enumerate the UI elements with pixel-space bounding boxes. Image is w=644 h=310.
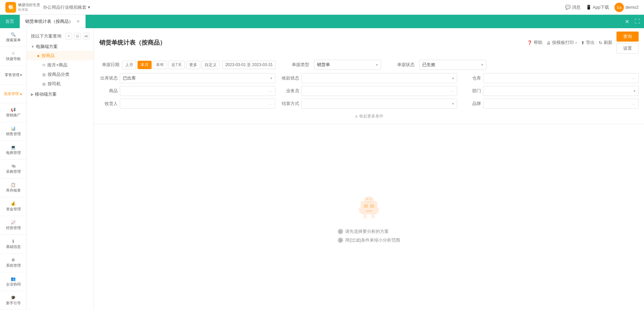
- help-icon: ❓: [527, 40, 532, 45]
- sidebar-item-search[interactable]: 🔍 搜索菜单: [0, 28, 26, 47]
- doc-type-select[interactable]: 销货单 ▾: [314, 60, 381, 70]
- finance-icon: 💰: [11, 201, 16, 206]
- filter-item-product: 商品 ···: [99, 86, 275, 96]
- receipt-status-select[interactable]: ▾: [301, 73, 457, 83]
- sidebar-item-guide[interactable]: 🎓 新手引导: [0, 291, 26, 310]
- warehouse-input[interactable]: ···: [483, 73, 639, 83]
- header-left: 畅 畅捷信好生意 标准版 办公用品行业模拟账套 ▾: [5, 2, 90, 13]
- marketing-icon: 📢: [11, 107, 16, 112]
- payment-method-select[interactable]: ▾: [301, 99, 457, 109]
- tree-item-month-product[interactable]: M 按月+商品: [32, 60, 94, 70]
- refresh-btn[interactable]: ↻ 刷新: [599, 40, 612, 46]
- warehouse-label: 仓库: [463, 75, 481, 81]
- product-label: 商品: [99, 88, 118, 94]
- sidebar-item-corp-collab[interactable]: 👥 企业协同: [0, 272, 26, 291]
- app-download-btn[interactable]: 📱 App下载: [586, 4, 609, 10]
- sidebar-item-ecommerce[interactable]: 💻 电商管理: [0, 141, 26, 160]
- tab-expand-btn[interactable]: ⛶: [633, 17, 641, 26]
- sidebar-item-marketing[interactable]: 📢 营销推广: [0, 103, 26, 122]
- avatar: Ea: [614, 3, 624, 12]
- tip-num-2: ②: [338, 238, 343, 243]
- tab-close-icon[interactable]: ✕: [76, 19, 80, 24]
- message-btn[interactable]: 💬 消息: [565, 4, 581, 10]
- workspace-selector[interactable]: 办公用品行业模拟账套 ▾: [43, 4, 90, 10]
- corp-collab-icon: 👥: [11, 276, 16, 281]
- operations-icon: 📈: [11, 220, 16, 225]
- svg-rect-4: [359, 208, 361, 212]
- filter-item-sales-rep: 业务员 ···: [281, 86, 457, 96]
- tab-bar: 首页 销货单统计表（按商品） ✕ ✕ ⛶: [0, 15, 644, 28]
- sidebar-item-system[interactable]: ⚙ 系统管理: [0, 254, 26, 272]
- tab-bar-actions: ✕ ⛶: [624, 15, 644, 28]
- svg-rect-3: [366, 210, 372, 212]
- stock-out-select[interactable]: 已出库 ▾: [120, 73, 275, 83]
- purchase-icon: 🛍: [11, 164, 15, 168]
- sidebar-item-sales[interactable]: 📊 销售管理: [0, 122, 26, 141]
- svg-rect-5: [377, 208, 379, 212]
- sidebar-item-quicknav[interactable]: ☆ 快捷导航: [0, 47, 26, 66]
- filter-item-stock-out: 出库状态 已出库 ▾: [99, 73, 275, 83]
- brand-dots-icon: ···: [632, 101, 636, 106]
- template-print-btn[interactable]: 🖨 按模板打印 ▾: [546, 40, 577, 46]
- filter-item-receiver: 收货人 ···: [99, 99, 275, 109]
- date-current-btn[interactable]: 本月: [138, 61, 152, 69]
- sidebar-item-basics[interactable]: ℹ 基础信息: [0, 235, 26, 254]
- doc-status-select[interactable]: 已生效 ▾: [419, 60, 486, 70]
- tree-item-product-category[interactable]: ▦ 按商品分类: [32, 70, 94, 79]
- department-select[interactable]: ▾: [483, 86, 639, 96]
- date-7days-btn[interactable]: 近7天: [168, 61, 185, 69]
- tab-sales-report[interactable]: 销货单统计表（按商品） ✕: [20, 15, 86, 28]
- svg-point-8: [364, 196, 374, 203]
- date-custom-btn[interactable]: 自定义: [202, 61, 220, 69]
- refresh-icon: ↻: [599, 40, 602, 45]
- active-scheme-icon: ●: [37, 53, 40, 58]
- export-btn[interactable]: ⬆ 导出: [581, 40, 595, 46]
- sidebar-item-finance[interactable]: 💰 资金管理: [0, 197, 26, 216]
- brand-input[interactable]: ···: [483, 99, 639, 109]
- sidebar: 🔍 搜索菜单 ☆ 快捷导航 零售管理 ▾ 批发管理 ▲ 📢 营销推广 📊 销售管…: [0, 28, 27, 310]
- expand-icon: ▼: [31, 45, 35, 49]
- tree-item-by-driver[interactable]: ▦ 按司机: [32, 79, 94, 89]
- logo-area: 畅 畅捷信好生意 标准版: [5, 2, 40, 13]
- tree-group-desktop-title[interactable]: ▼ 电脑端方案: [27, 42, 94, 51]
- settings-button[interactable]: 设置: [616, 43, 639, 54]
- sidebar-item-inventory[interactable]: 📋 库存核算: [0, 178, 26, 197]
- user-menu[interactable]: Ea demo2: [614, 3, 639, 12]
- filter-row-3: 商品 ··· 业务员 ··· 部门: [99, 86, 639, 96]
- date-prev-btn[interactable]: 上月: [122, 61, 136, 69]
- tree-item-by-product[interactable]: ● 按商品: [27, 51, 94, 60]
- empty-illustration: [352, 191, 386, 224]
- sidebar-item-retail[interactable]: 零售管理 ▾: [0, 66, 26, 85]
- sidebar-item-purchase[interactable]: 🛍 采购管理: [0, 160, 26, 178]
- empty-tips: ① 请先选择要分析的方案 ② 用[过滤]条件来缩小分析范围: [338, 228, 400, 243]
- tree-group-mobile-title[interactable]: ▶ 移动端方案: [27, 90, 94, 99]
- tab-home[interactable]: 首页: [0, 15, 20, 28]
- ecommerce-icon: 💻: [11, 145, 16, 150]
- edit-scheme-btn[interactable]: ⊙: [74, 33, 81, 40]
- sidebar-item-operations[interactable]: 📈 经营管理: [0, 216, 26, 235]
- query-button[interactable]: 查询: [616, 32, 639, 42]
- tab-close-btn[interactable]: ✕: [624, 17, 631, 26]
- print-icon: 🖨: [546, 40, 551, 45]
- collapse-bar[interactable]: ∧ 收起更多条件: [99, 111, 639, 120]
- collapse-up-icon: ∧: [355, 114, 358, 119]
- empty-tip-1: ① 请先选择要分析的方案: [338, 228, 400, 235]
- date-year-btn[interactable]: 本年: [153, 61, 167, 69]
- collapse-panel-btn[interactable]: ≪: [83, 33, 90, 40]
- receiver-input[interactable]: ···: [120, 99, 275, 109]
- date-more-btn[interactable]: 更多: [186, 61, 200, 69]
- sidebar-item-wholesale[interactable]: 批发管理 ▲: [0, 85, 26, 103]
- add-scheme-btn[interactable]: +: [65, 33, 72, 40]
- help-btn[interactable]: ❓ 帮助: [527, 40, 542, 46]
- tree-group-desktop: ▼ 电脑端方案 ● 按商品 M 按月+商品 ▦ 按商品分类: [27, 42, 94, 89]
- sales-rep-label: 业务员: [281, 88, 299, 94]
- tip-num-1: ①: [338, 229, 343, 234]
- date-range-input[interactable]: 2023-03-01 至 2023-03-31: [222, 61, 276, 69]
- sales-rep-input[interactable]: ···: [301, 86, 457, 96]
- date-quick-btns: 上月 本月 本年 近7天 更多 自定义: [122, 61, 220, 69]
- product-input[interactable]: ···: [120, 86, 275, 96]
- svg-rect-6: [363, 214, 367, 218]
- stock-out-label: 出库状态: [99, 75, 118, 81]
- svg-rect-7: [371, 214, 375, 218]
- collapsed-icon: ▶: [31, 92, 34, 97]
